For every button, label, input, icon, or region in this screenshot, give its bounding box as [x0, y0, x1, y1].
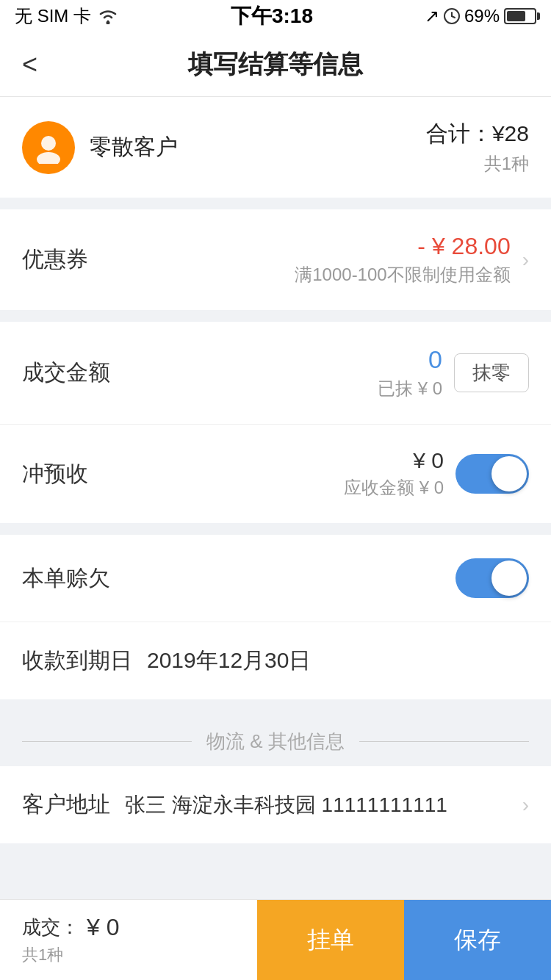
- total-amount: 合计：¥28: [426, 119, 529, 149]
- due-date-label: 收款到期日: [22, 646, 132, 676]
- coupon-section: 优惠券 - ¥ 28.00 满1000-100不限制使用金额 ›: [0, 209, 551, 310]
- battery-percent: 69%: [464, 6, 500, 26]
- avatar-icon: [32, 131, 65, 164]
- debt-right: [455, 558, 529, 598]
- debt-label: 本单赊欠: [22, 563, 110, 594]
- nav-bar: < 填写结算等信息: [0, 32, 551, 97]
- bottom-info: 成交： ¥ 0 共1种: [0, 914, 257, 966]
- address-value: 张三 海淀永丰科技园 11111111111: [110, 791, 522, 819]
- address-label: 客户地址: [22, 790, 110, 820]
- time-label: 下午3:18: [231, 2, 313, 30]
- debt-section: 本单赊欠 收款到期日 2019年12月30日: [0, 535, 551, 699]
- debt-toggle[interactable]: [455, 558, 529, 598]
- header-line-right: [359, 741, 529, 742]
- bottom-deal: 成交： ¥ 0: [22, 914, 235, 941]
- transaction-value-col: 0 已抹 ¥ 0: [378, 345, 442, 400]
- logistics-label: 物流 & 其他信息: [206, 729, 345, 754]
- due-date-row: 收款到期日 2019年12月30日: [0, 622, 551, 699]
- toggle-thumb: [491, 456, 527, 491]
- header-line-left: [22, 741, 192, 742]
- transaction-section: 成交金额 0 已抹 ¥ 0 抹零 冲预收 ¥ 0 应收金额 ¥ 0: [0, 322, 551, 523]
- status-left: 无 SIM 卡: [15, 4, 119, 28]
- battery-icon: [504, 8, 536, 24]
- clock-icon: [444, 8, 460, 24]
- transaction-right: 0 已抹 ¥ 0 抹零: [378, 345, 529, 400]
- coupon-chevron-icon: ›: [522, 248, 529, 272]
- advance-toggle[interactable]: [455, 454, 529, 494]
- page-title: 填写结算等信息: [188, 48, 363, 82]
- address-row[interactable]: 客户地址 张三 海淀永丰科技园 11111111111 ›: [0, 766, 551, 843]
- status-right: ↗ 69%: [425, 6, 536, 26]
- coupon-value-col: - ¥ 28.00 满1000-100不限制使用金额: [295, 233, 510, 287]
- gps-icon: ↗: [425, 6, 439, 26]
- round-button[interactable]: 抹零: [454, 353, 529, 392]
- customer-left: 零散客户: [22, 121, 178, 174]
- transaction-sub: 已抹 ¥ 0: [378, 377, 442, 400]
- advance-label: 冲预收: [22, 459, 88, 489]
- carrier-label: 无 SIM 卡: [15, 4, 91, 28]
- advance-value-col: ¥ 0 应收金额 ¥ 0: [344, 448, 444, 500]
- deal-label: 成交：: [22, 915, 79, 940]
- advance-row: 冲预收 ¥ 0 应收金额 ¥ 0: [0, 425, 551, 523]
- transaction-value: 0: [378, 345, 442, 374]
- coupon-right: - ¥ 28.00 满1000-100不限制使用金额 ›: [295, 233, 529, 287]
- save-button[interactable]: 保存: [404, 900, 551, 981]
- total-count: 共1种: [426, 152, 529, 176]
- coupon-row[interactable]: 优惠券 - ¥ 28.00 满1000-100不限制使用金额 ›: [0, 209, 551, 310]
- svg-line-3: [452, 16, 455, 18]
- advance-value: ¥ 0: [344, 448, 444, 473]
- advance-sub: 应收金额 ¥ 0: [344, 476, 444, 500]
- back-button[interactable]: <: [22, 49, 37, 80]
- deal-amount: ¥ 0: [87, 914, 119, 941]
- transaction-label: 成交金额: [22, 358, 110, 388]
- debt-row: 本单赊欠: [0, 535, 551, 622]
- logistics-header: 物流 & 其他信息: [0, 711, 551, 766]
- address-chevron-icon: ›: [522, 793, 529, 817]
- wifi-icon: [97, 8, 119, 24]
- debt-toggle-thumb: [491, 561, 527, 596]
- address-section: 客户地址 张三 海淀永丰科技园 11111111111 ›: [0, 766, 551, 843]
- svg-point-4: [41, 136, 56, 151]
- transaction-row: 成交金额 0 已抹 ¥ 0 抹零: [0, 322, 551, 425]
- advance-right: ¥ 0 应收金额 ¥ 0: [344, 448, 529, 500]
- customer-right: 合计：¥28 共1种: [426, 119, 529, 176]
- suspend-button[interactable]: 挂单: [257, 900, 404, 981]
- bottom-bar: 成交： ¥ 0 共1种 挂单 保存: [0, 899, 551, 980]
- status-bar: 无 SIM 卡 下午3:18 ↗ 69%: [0, 0, 551, 32]
- svg-point-0: [107, 21, 110, 25]
- content: 零散客户 合计：¥28 共1种 优惠券 - ¥ 28.00 满1000-100不…: [0, 97, 551, 943]
- coupon-label: 优惠券: [22, 245, 88, 275]
- due-date-value: 2019年12月30日: [147, 646, 311, 676]
- bottom-count: 共1种: [22, 944, 235, 966]
- coupon-discount: - ¥ 28.00: [295, 233, 510, 260]
- customer-row: 零散客户 合计：¥28 共1种: [0, 97, 551, 198]
- coupon-desc: 满1000-100不限制使用金额: [295, 263, 510, 287]
- battery-fill: [507, 11, 525, 21]
- customer-name: 零散客户: [90, 132, 178, 162]
- svg-point-5: [37, 152, 60, 164]
- customer-avatar: [22, 121, 75, 174]
